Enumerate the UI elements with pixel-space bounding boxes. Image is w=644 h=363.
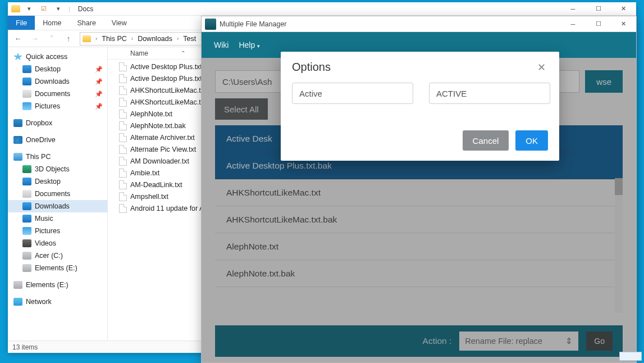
file-icon bbox=[119, 192, 127, 201]
maximize-button[interactable]: ☐ bbox=[586, 2, 611, 16]
file-tab[interactable]: File bbox=[8, 16, 35, 30]
maximize-button[interactable]: ☐ bbox=[586, 17, 611, 31]
sidebar-music[interactable]: Music bbox=[8, 212, 107, 225]
crumb-this-pc[interactable]: This PC bbox=[102, 35, 126, 43]
file-name[interactable]: AlephNote.txt bbox=[130, 110, 172, 118]
sidebar-dropbox[interactable]: Dropbox bbox=[8, 117, 107, 129]
recent-dropdown[interactable]: ˅ bbox=[46, 34, 57, 43]
qat-checkbox[interactable]: ☑ bbox=[38, 3, 49, 15]
pictures-icon bbox=[22, 227, 31, 235]
view-tab[interactable]: View bbox=[104, 16, 135, 30]
sidebar-acer-c[interactable]: Acer (C:) bbox=[8, 249, 107, 262]
download-icon bbox=[22, 202, 31, 210]
breadcrumb[interactable]: › This PC › Downloads › Test › D bbox=[80, 32, 215, 46]
label: Desktop bbox=[35, 178, 61, 185]
dialog-title: Options bbox=[292, 61, 331, 74]
file-icon bbox=[119, 110, 127, 119]
label: Documents bbox=[35, 190, 70, 198]
file-name[interactable]: Active Desktop Plus.txt bbox=[130, 63, 202, 71]
file-name[interactable]: AlephNote.txt.bak bbox=[130, 122, 186, 130]
label: Help bbox=[239, 40, 255, 49]
sidebar-documents[interactable]: Documents📌 bbox=[8, 88, 107, 100]
sidebar-pictures-2[interactable]: Pictures bbox=[8, 225, 107, 237]
pin-icon: 📌 bbox=[95, 66, 103, 73]
label: Pictures bbox=[35, 227, 60, 235]
up-button[interactable]: ↑ bbox=[63, 34, 74, 43]
cancel-button[interactable]: Cancel bbox=[463, 130, 509, 151]
label: Network bbox=[26, 298, 52, 306]
label: Downloads bbox=[35, 202, 70, 210]
app-icon bbox=[205, 19, 216, 30]
sidebar-desktop-2[interactable]: Desktop bbox=[8, 175, 107, 188]
label: Quick access bbox=[26, 53, 67, 61]
share-tab[interactable]: Share bbox=[70, 16, 104, 30]
file-icon bbox=[119, 86, 127, 95]
qat-dropdown[interactable]: ▾ bbox=[24, 3, 35, 15]
sidebar-network[interactable]: Network bbox=[8, 296, 107, 308]
back-button[interactable]: ← bbox=[12, 34, 24, 43]
file-name[interactable]: AM-DeadLink.txt bbox=[130, 181, 182, 189]
label: 3D Objects bbox=[35, 165, 70, 173]
find-input[interactable] bbox=[292, 83, 413, 104]
qat-dropdown-2[interactable]: ▾ bbox=[53, 3, 64, 15]
menu-help[interactable]: Help▾ bbox=[239, 40, 260, 49]
sidebar-quick-access[interactable]: Quick access bbox=[8, 51, 107, 63]
close-button[interactable]: ✕ bbox=[611, 17, 636, 31]
label: Desktop bbox=[35, 65, 61, 73]
label: Pictures bbox=[35, 102, 60, 110]
menu-wiki[interactable]: Wiki bbox=[214, 40, 229, 49]
options-dialog: Options ✕ Cancel OK bbox=[281, 52, 559, 161]
taskbar-tray[interactable] bbox=[619, 352, 642, 361]
home-tab[interactable]: Home bbox=[35, 16, 69, 30]
file-icon bbox=[119, 121, 127, 130]
chevron-down-icon: ▾ bbox=[257, 43, 260, 49]
file-name[interactable]: Ampshell.txt bbox=[130, 193, 168, 201]
close-button[interactable]: ✕ bbox=[535, 61, 548, 74]
sidebar-documents-2[interactable]: Documents bbox=[8, 188, 107, 200]
sidebar-elements-e-2[interactable]: Elements (E:) bbox=[8, 279, 107, 291]
file-icon bbox=[119, 157, 127, 166]
pin-icon: 📌 bbox=[95, 78, 103, 85]
file-icon bbox=[119, 204, 127, 213]
sidebar-downloads[interactable]: Downloads📌 bbox=[8, 75, 107, 88]
sidebar-desktop[interactable]: Desktop📌 bbox=[8, 63, 107, 75]
file-name[interactable]: Alternate Archiver.txt bbox=[130, 134, 195, 142]
sidebar-elements-e[interactable]: Elements (E:) bbox=[8, 262, 107, 274]
3d-icon bbox=[22, 165, 31, 173]
file-name[interactable]: AM Downloader.txt bbox=[130, 157, 189, 165]
close-button[interactable]: ✕ bbox=[611, 2, 636, 16]
explorer-titlebar[interactable]: ▾ ☑ ▾ | Docs ─ ☐ ✕ bbox=[8, 2, 636, 16]
documents-icon bbox=[22, 90, 31, 98]
pc-icon bbox=[13, 153, 22, 161]
forward-button[interactable]: → bbox=[29, 34, 40, 43]
drive-icon bbox=[22, 252, 31, 260]
sidebar-3d-objects[interactable]: 3D Objects bbox=[8, 163, 107, 175]
sidebar-videos[interactable]: Videos bbox=[8, 237, 107, 249]
minimize-button[interactable]: ─ bbox=[560, 17, 586, 31]
mfm-titlebar[interactable]: Multiple File Manager ─ ☐ ✕ bbox=[202, 16, 636, 32]
minimize-button[interactable]: ─ bbox=[560, 2, 586, 16]
sidebar-onedrive[interactable]: OneDrive bbox=[8, 134, 107, 146]
music-icon bbox=[22, 215, 31, 223]
ok-button[interactable]: OK bbox=[515, 130, 548, 151]
folder-icon bbox=[83, 35, 91, 42]
file-name[interactable]: AHKShortcutLikeMac.txt bbox=[130, 87, 206, 94]
sidebar-pictures[interactable]: Pictures📌 bbox=[8, 100, 107, 112]
file-name[interactable]: Alternate Pic View.txt bbox=[130, 146, 196, 153]
file-name[interactable]: Ambie.txt bbox=[130, 169, 159, 177]
star-icon bbox=[13, 53, 22, 61]
videos-icon bbox=[22, 239, 31, 247]
replace-input[interactable] bbox=[429, 83, 550, 104]
separator: | bbox=[68, 6, 70, 12]
crumb-test[interactable]: Test bbox=[183, 35, 196, 43]
navigation-pane: Quick access Desktop📌 Downloads📌 Documen… bbox=[8, 47, 108, 341]
sidebar-this-pc[interactable]: This PC bbox=[8, 151, 107, 163]
drive-icon bbox=[13, 281, 22, 289]
crumb-downloads[interactable]: Downloads bbox=[138, 35, 172, 43]
desktop-icon bbox=[22, 178, 31, 185]
label: Acer (C:) bbox=[35, 252, 63, 260]
network-icon bbox=[13, 298, 22, 306]
sidebar-downloads-2[interactable]: Downloads bbox=[8, 200, 107, 212]
file-icon bbox=[119, 74, 127, 83]
label: Music bbox=[35, 215, 53, 223]
